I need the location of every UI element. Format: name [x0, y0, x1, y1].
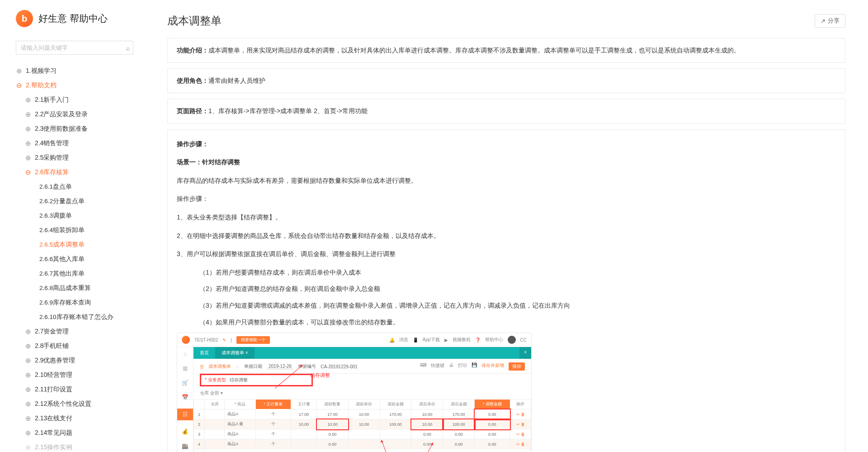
nav-2-6-5[interactable]: 2.6.5成本调整单	[16, 238, 140, 252]
sub-steps: （1）若用户想要调整结存成本，则在调后单价中录入成本 （2）若用户知道调整总的结…	[177, 266, 836, 328]
nav-label: 2.6.2分量盘点单	[39, 197, 85, 205]
plus-icon: ⊕	[25, 372, 31, 378]
biz-type-box: * 业务类型 结存调整	[200, 374, 313, 386]
nav-2-7[interactable]: ⊕2.7资金管理	[16, 324, 140, 339]
biz-val: 结存调整	[230, 377, 248, 383]
table-row: 3商品A个0.000.000.000.00✂ 🗑	[194, 429, 531, 439]
table-wrap: 仓库 * 商品 * 主计量单 主计量 调前数量 调前单价 调前金额 调后单价 调…	[193, 399, 531, 452]
nav-2-6-1[interactable]: 2.6.1盘点单	[16, 180, 140, 194]
r2: 打印	[458, 362, 467, 371]
nav-l1-video[interactable]: ⊕1.视频学习	[16, 64, 140, 78]
plus-icon: ⊕	[25, 415, 31, 422]
doc-icon: ▦	[183, 365, 188, 371]
avatar-icon	[508, 336, 516, 344]
nav-2-6-4[interactable]: 2.6.4组装拆卸单	[16, 223, 140, 238]
share-button[interactable]: ↗分享	[815, 14, 845, 28]
sub3: （3）若用户知道要调增或调减的成本差值，则在调整金额中录入差值，调增录入正值，记…	[199, 300, 836, 312]
nav-2-4[interactable]: ⊕2.4销售管理	[16, 136, 140, 151]
plus-icon: ⊕	[25, 343, 31, 349]
nav-2-5[interactable]: ⊕2.5采购管理	[16, 151, 140, 165]
intro-label: 功能介绍：	[177, 47, 208, 54]
th-pamt: 调前金额	[380, 400, 411, 409]
nav-label: 2.13在线支付	[35, 414, 72, 423]
nav-2-14[interactable]: ⊕2.14常见问题	[16, 426, 140, 440]
cart-icon: 🛒	[182, 380, 189, 386]
nav-label: 2.帮助文档	[26, 81, 57, 90]
nav-label: 2.10经营管理	[35, 371, 72, 379]
intro-text: 成本调整单，用来实现对商品结存成本的调整，以及针对具体的出入库单进行成本调整。库…	[208, 47, 740, 54]
nav-label: 2.6.10库存账本错了怎么办	[39, 313, 113, 321]
plus-icon: ⊕	[25, 401, 31, 407]
nav-2-6-6[interactable]: 2.6.6其他入库单	[16, 252, 140, 266]
print-icon: 🖨	[449, 362, 453, 371]
path-text: 1、库存核算->库存管理->成本调整单 2、首页->常用功能	[208, 107, 368, 114]
save-btn: 保存	[509, 362, 525, 371]
plus-icon: ⊕	[25, 430, 31, 436]
path-box: 页面路径：1、库存核算->库存管理->成本调整单 2、首页->常用功能	[167, 99, 845, 124]
hotkey-icon: ⌨	[420, 362, 426, 371]
plus-icon: ⊕	[25, 140, 31, 147]
inner-app: App下载	[423, 337, 440, 343]
nav-label: 2.6.8商品成本重算	[39, 284, 91, 292]
date-label: 单据日期	[244, 363, 262, 370]
th-unit: * 主计量单	[255, 400, 291, 409]
nav-2-11[interactable]: ⊕2.11打印设置	[16, 382, 140, 397]
search-input[interactable]	[16, 41, 133, 55]
nav-tree: ⊕1.视频学习 ⊖2.帮助文档 ⊕2.1新手入门 ⊕2.2产品安装及登录 ⊕2.…	[16, 64, 140, 452]
inner-docbar: ☰ 成本调整单 ☆ 单据日期 2019-12-26 单据编号 CA-201912…	[193, 359, 531, 374]
star-icon: ☆	[236, 364, 240, 369]
box-icon: ☷	[177, 409, 193, 420]
nav-2-6-10[interactable]: 2.6.10库存账本错了怎么办	[16, 310, 140, 324]
search-wrap: ⌕	[16, 41, 133, 55]
nav-2-1[interactable]: ⊕2.1新手入门	[16, 93, 140, 107]
nav-label: 2.6.1盘点单	[39, 183, 72, 191]
nav-2-2[interactable]: ⊕2.2产品安装及登录	[16, 107, 140, 122]
path-label: 页面路径：	[177, 107, 208, 114]
main-content: 成本调整单 ↗分享 功能介绍：成本调整单，用来实现对商品结存成本的调整，以及针对…	[149, 0, 868, 452]
nav-2-6-3[interactable]: 2.6.3调拨单	[16, 209, 140, 223]
nav-2-13[interactable]: ⊕2.13在线支付	[16, 411, 140, 426]
nav-label: 2.4销售管理	[35, 139, 69, 147]
role-label: 使用角色：	[177, 77, 208, 84]
divider: |	[231, 338, 232, 343]
scene1-title: 场景一：针对结存调整	[177, 156, 836, 168]
plus-icon: ⊕	[25, 111, 31, 118]
nav-2-6[interactable]: ⊖2.6库存核算	[16, 165, 140, 180]
bell-icon: 🔔	[389, 338, 395, 343]
nav-l1-docs[interactable]: ⊖2.帮助文档	[16, 78, 140, 93]
share-label: 分享	[828, 17, 840, 25]
r4: 保存并新增	[481, 362, 504, 371]
nav-label: 2.6.9库存账本查询	[39, 299, 91, 307]
nav-label: 2.9优惠券管理	[35, 357, 75, 365]
nav-2-10[interactable]: ⊕2.10经营管理	[16, 368, 140, 382]
nav-2-6-9[interactable]: 2.6.9库存账本查询	[16, 295, 140, 310]
inner-msg: 消息	[399, 337, 408, 343]
save-icon: 💾	[472, 362, 477, 371]
nav-2-12[interactable]: ⊕2.12系统个性化设置	[16, 397, 140, 411]
th-idx	[194, 400, 205, 409]
th-aprice: 调后单价	[411, 400, 443, 409]
annotation-1: 结存调整	[310, 372, 330, 379]
nav-label: 2.6.3调拨单	[39, 212, 72, 220]
plus-icon: ⊕	[25, 155, 31, 161]
nav-label: 2.7资金管理	[35, 328, 69, 336]
table-row: 4商品A个0.000.000.000.00✂ 🗑	[194, 439, 531, 449]
search-icon[interactable]: ⌕	[126, 44, 130, 52]
nav-2-9[interactable]: ⊕2.9优惠券管理	[16, 353, 140, 368]
tab-label: 成本调整单	[222, 350, 244, 355]
nav-label: 2.12系统个性化设置	[35, 400, 91, 408]
nav-2-15[interactable]: ⊕2.15操作实例	[16, 440, 140, 452]
th-aamt: 调后金额	[443, 400, 475, 409]
nav-2-8[interactable]: ⊕2.8手机旺铺	[16, 339, 140, 353]
nav-2-6-8[interactable]: 2.6.8商品成本重算	[16, 281, 140, 295]
inner-screenshot: TEST-H002 ✎ | 我要领取一个 🔔消息 📱App下载 ▶视频教程 ❓帮…	[177, 333, 532, 452]
inner-topbar: TEST-H002 ✎ | 我要领取一个 🔔消息 📱App下载 ▶视频教程 ❓帮…	[177, 333, 531, 347]
inner-tab-active: 成本调整单 ×	[215, 347, 255, 359]
inner-video: 视频教程	[453, 337, 471, 343]
step-1: 1、表头业务类型选择【结存调整】。	[177, 211, 836, 224]
nav-2-3[interactable]: ⊕2.3使用前数据准备	[16, 122, 140, 136]
money-icon: 💰	[182, 428, 189, 435]
nav-2-6-7[interactable]: 2.6.7其他出库单	[16, 266, 140, 281]
nav-label: 2.6.6其他入库单	[39, 255, 85, 263]
nav-2-6-2[interactable]: 2.6.2分量盘点单	[16, 194, 140, 209]
